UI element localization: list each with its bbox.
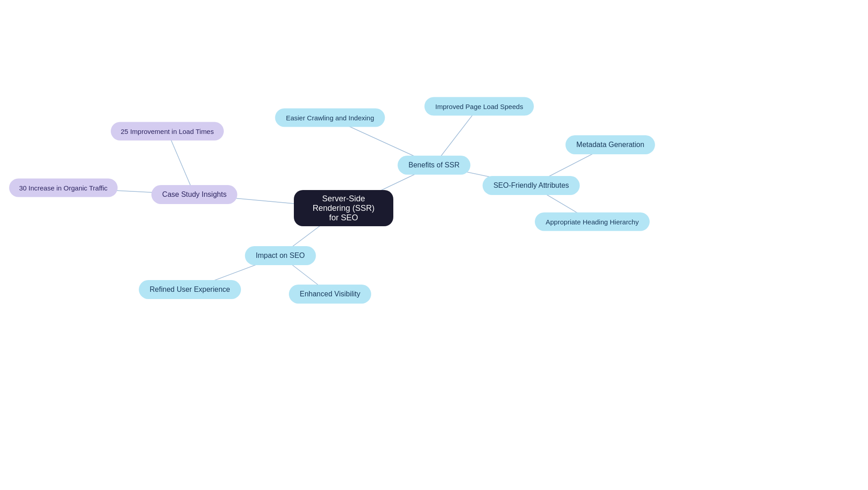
- node-heading[interactable]: Appropriate Heading Hierarchy: [535, 213, 650, 231]
- node-crawling[interactable]: Easier Crawling and Indexing: [275, 109, 385, 127]
- node-metadata[interactable]: Metadata Generation: [566, 135, 655, 154]
- node-seo-friendly[interactable]: SEO-Friendly Attributes: [482, 176, 580, 195]
- center-label: Server-Side Rendering (SSR)for SEO: [305, 194, 382, 223]
- node-impact[interactable]: Impact on SEO: [245, 246, 316, 265]
- node-label-user-exp: Refined User Experience: [150, 285, 230, 294]
- node-label-crawling: Easier Crawling and Indexing: [286, 114, 374, 122]
- mindmap-canvas: Server-Side Rendering (SSR)for SEO Case …: [0, 0, 868, 490]
- node-benefits-ssr[interactable]: Benefits of SSR: [398, 156, 471, 175]
- node-label-visibility: Enhanced Visibility: [300, 290, 360, 298]
- node-visibility[interactable]: Enhanced Visibility: [289, 285, 371, 304]
- node-label-case-study: Case Study Insights: [162, 190, 226, 199]
- node-label-heading: Appropriate Heading Hierarchy: [546, 218, 639, 226]
- node-label-organic-traffic: 30 Increase in Organic Traffic: [19, 184, 108, 192]
- node-load-times[interactable]: 25 Improvement in Load Times: [111, 122, 224, 141]
- node-case-study[interactable]: Case Study Insights: [151, 185, 237, 204]
- node-label-benefits-ssr: Benefits of SSR: [409, 161, 460, 169]
- connection-lines: [0, 0, 868, 490]
- node-label-page-load: Improved Page Load Speeds: [435, 103, 523, 110]
- node-label-impact: Impact on SEO: [256, 252, 305, 260]
- center-node[interactable]: Server-Side Rendering (SSR)for SEO: [294, 190, 393, 226]
- node-label-load-times: 25 Improvement in Load Times: [121, 128, 214, 135]
- node-label-seo-friendly: SEO-Friendly Attributes: [493, 181, 569, 190]
- node-organic-traffic[interactable]: 30 Increase in Organic Traffic: [9, 179, 118, 197]
- node-label-metadata: Metadata Generation: [576, 141, 644, 149]
- node-page-load[interactable]: Improved Page Load Speeds: [425, 97, 534, 116]
- node-user-exp[interactable]: Refined User Experience: [139, 280, 241, 299]
